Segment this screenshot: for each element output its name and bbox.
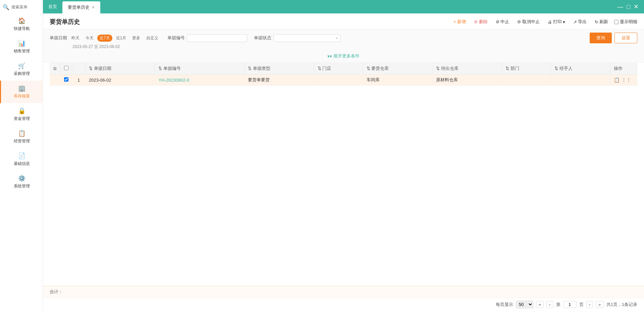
col-department-label: ⇅ 部门 [505, 66, 519, 71]
sidebar-search[interactable]: 🔍 搜索菜单 [0, 0, 43, 13]
minimize-icon[interactable]: — [617, 3, 623, 10]
sidebar-item-sales[interactable]: 📊 销售管理 [0, 36, 43, 58]
col-store-label: ⇅ 门店 [318, 66, 331, 71]
refresh-label: 刷新 [599, 19, 608, 25]
prev-page-button[interactable]: ‹ [546, 301, 553, 308]
print-dropdown-icon: ▾ [563, 19, 565, 25]
expand-button[interactable]: ▾▾ 展开更多条件 [327, 52, 360, 60]
status-input[interactable] [273, 34, 340, 42]
export-button[interactable]: ↗ 导出 [571, 17, 589, 26]
more-icon[interactable]: ⋮⋮ [622, 77, 631, 83]
sidebar-item-label: 基础信息 [14, 161, 30, 167]
cell-doc-type: 要货单要货 [245, 75, 314, 86]
sidebar-item-finance[interactable]: 🔒 资金管理 [0, 103, 43, 126]
sidebar-item-quick-nav[interactable]: 🏠 快捷导航 [0, 13, 43, 36]
lock-icon: 🔒 [18, 107, 25, 115]
cell-doc-no[interactable]: YH-20230602-0 [155, 75, 245, 86]
shortcut-yesterday[interactable]: 昨天 [69, 35, 82, 42]
page-title: 要货单历史 [50, 18, 451, 26]
print-icon: 🖨 [548, 19, 552, 25]
date-range-display: 2023-05-27 至 2023-06-02 [72, 44, 120, 49]
close-window-icon[interactable]: ✕ [634, 3, 639, 10]
date-shortcuts: 昨天 今天 近7天 近1月 更多 自定义 [69, 35, 161, 42]
shortcut-1month[interactable]: 近1月 [114, 35, 129, 42]
first-page-button[interactable]: « [536, 301, 544, 308]
shortcut-custom[interactable]: 自定义 [144, 35, 161, 42]
tab-active[interactable]: 要货单历史 ✕ [62, 1, 100, 13]
per-page-select[interactable]: 50 20 100 [516, 301, 533, 308]
top-bar: 首页 要货单历史 ✕ — □ ✕ [43, 0, 644, 13]
settings-button[interactable]: 设置 [614, 33, 637, 43]
col-handler[interactable]: ⇅ 经手人 [551, 63, 610, 75]
sidebar-search-label: 搜索菜单 [11, 4, 28, 10]
col-doc-type[interactable]: ⇅ 单据类型 [245, 63, 314, 75]
col-req-warehouse[interactable]: ⇅ 要货仓库 [363, 63, 432, 75]
doc-number-input[interactable] [187, 34, 247, 42]
tab-home[interactable]: 首页 [43, 0, 62, 13]
print-button[interactable]: 🖨 打印 ▾ [546, 17, 567, 26]
col-pending-warehouse[interactable]: ⇅ 待出仓库 [433, 63, 502, 75]
last-page-button[interactable]: » [596, 301, 603, 308]
edit-icon[interactable]: 📋 [614, 77, 620, 83]
sidebar-item-inventory[interactable]: 🏢 库存核算 [0, 81, 43, 103]
sidebar-item-label: 资金管理 [14, 116, 30, 122]
shortcut-today[interactable]: 今天 [83, 35, 96, 42]
page-header: 要货单历史 + 新增 ⊘ 删除 ⊘ 中止 ⊘ 取消中止 🖨 打印 ▾ ↗ 导出 … [43, 13, 644, 29]
cell-req-warehouse: 车间库 [363, 75, 432, 86]
filter-actions: 查询 设置 [590, 33, 637, 43]
display-detail-checkbox[interactable] [614, 20, 619, 24]
cancel-stop-button[interactable]: ⊘ 取消中止 [515, 17, 542, 26]
sidebar-item-label: 经营管理 [14, 138, 30, 144]
new-button[interactable]: + 新增 [451, 17, 468, 26]
col-store[interactable]: ⇅ 门店 [314, 63, 363, 75]
page-number-input[interactable] [563, 301, 577, 308]
toolbar: + 新增 ⊘ 删除 ⊘ 中止 ⊘ 取消中止 🖨 打印 ▾ ↗ 导出 ↻ 刷新 [451, 17, 637, 26]
search-icon: 🔍 [3, 4, 9, 10]
col-doc-no[interactable]: ⇅ 单据编号 [155, 63, 245, 75]
table-row[interactable]: 1 2023-06-02 YH-20230602-0 要货单要货 车间库 原材料… [50, 75, 637, 86]
col-date[interactable]: ⇅ 单据日期 [86, 63, 155, 75]
select-all-checkbox[interactable] [64, 66, 68, 70]
sidebar-item-label: 快捷导航 [14, 26, 30, 32]
print-label: 打印 [553, 19, 562, 25]
tab-active-label: 要货单历史 [68, 4, 90, 10]
sidebar-item-purchase[interactable]: 🛒 采购管理 [0, 58, 43, 81]
display-detail-toggle[interactable]: 显示明细 [614, 19, 637, 25]
delete-button[interactable]: ⊘ 删除 [472, 17, 490, 26]
col-checkbox [61, 63, 72, 75]
main-area: 首页 要货单历史 ✕ — □ ✕ 要货单历史 + 新增 ⊘ 删除 ⊘ 中止 ⊘ … [43, 0, 644, 311]
col-pending-warehouse-label: ⇅ 待出仓库 [436, 66, 459, 71]
cell-checkbox[interactable] [61, 75, 72, 86]
next-page-button[interactable]: › [586, 301, 593, 308]
sidebar: 🔍 搜索菜单 🏠 快捷导航 📊 销售管理 🛒 采购管理 🏢 库存核算 🔒 资金管… [0, 0, 43, 311]
clipboard-icon: 📋 [18, 130, 25, 137]
sidebar-item-label: 采购管理 [14, 71, 30, 77]
refresh-button[interactable]: ↻ 刷新 [593, 17, 610, 26]
col-settings[interactable]: ⚙ [50, 63, 61, 75]
status-filter: 单据状态 ▾ [254, 34, 340, 42]
maximize-icon[interactable]: □ [627, 3, 630, 10]
sidebar-item-basic-info[interactable]: 📄 基础信息 [0, 148, 43, 171]
filter-row: 单据日期 昨天 今天 近7天 近1月 更多 自定义 单据编号 [50, 33, 637, 43]
table-footer: 合计： [43, 286, 644, 298]
tab-home-label: 首页 [48, 4, 57, 10]
expand-label: 展开更多条件 [333, 53, 360, 59]
tab-close-icon[interactable]: ✕ [92, 5, 95, 10]
query-button[interactable]: 查询 [590, 33, 612, 43]
shortcut-7days[interactable]: 近7天 [97, 35, 112, 42]
sidebar-item-label: 系统管理 [14, 183, 30, 189]
cell-department [502, 75, 551, 86]
col-handler-label: ⇅ 经手人 [554, 66, 573, 71]
shortcut-more[interactable]: 更多 [130, 35, 143, 42]
col-operation: 操作 [610, 63, 637, 75]
cell-handler [551, 75, 610, 86]
col-doc-no-label: ⇅ 单据编号 [158, 66, 181, 71]
sidebar-item-operations[interactable]: 📋 经营管理 [0, 126, 43, 148]
cart-icon: 🛒 [18, 62, 25, 70]
refresh-icon: ↻ [595, 19, 598, 25]
display-detail-label: 显示明细 [620, 19, 637, 25]
col-department[interactable]: ⇅ 部门 [502, 63, 551, 75]
sidebar-item-system[interactable]: ⚙️ 系统管理 [0, 171, 43, 193]
sidebar-item-label: 销售管理 [14, 48, 30, 54]
stop-button[interactable]: ⊘ 中止 [494, 17, 512, 26]
